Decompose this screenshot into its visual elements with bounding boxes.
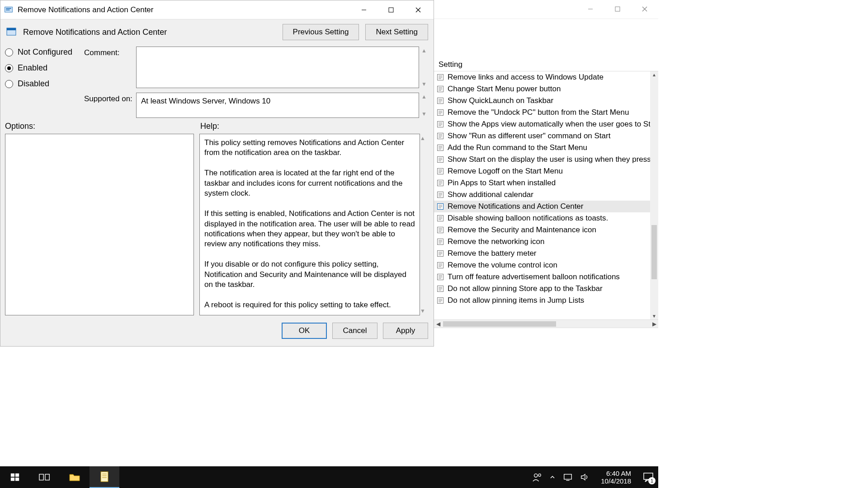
policy-list-item-label: Remove the battery meter bbox=[448, 249, 537, 258]
policy-list-item-label: Show additional calendar bbox=[448, 190, 533, 199]
policy-list-item[interactable]: Show "Run as different user" command on … bbox=[434, 130, 658, 142]
policy-list-item[interactable]: Remove links and access to Windows Updat… bbox=[434, 71, 658, 83]
policy-list-item[interactable]: Do not allow pinning Store app to the Ta… bbox=[434, 283, 658, 295]
scroll-thumb[interactable] bbox=[443, 321, 556, 327]
bg-maximize-button[interactable] bbox=[604, 0, 631, 18]
policy-list-item-label: Remove the volume control icon bbox=[448, 261, 557, 270]
list-hscrollbar[interactable]: ◀ ▶ bbox=[434, 319, 658, 328]
notepad-icon bbox=[99, 471, 109, 483]
network-icon[interactable] bbox=[563, 473, 573, 482]
options-label: Options: bbox=[5, 122, 194, 131]
setting-name: Remove Notifications and Action Center bbox=[23, 28, 276, 37]
help-scroll[interactable]: ▲▼ bbox=[420, 134, 429, 315]
radio-label: Not Configured bbox=[18, 47, 72, 57]
previous-setting-button[interactable]: Previous Setting bbox=[283, 24, 359, 40]
setting-item-icon bbox=[437, 273, 444, 281]
policy-list-item[interactable]: Show additional calendar bbox=[434, 189, 658, 201]
policy-list-item[interactable]: Remove the volume control icon bbox=[434, 259, 658, 271]
policy-list-item[interactable]: Pin Apps to Start when installed bbox=[434, 177, 658, 189]
bg-minimize-button[interactable] bbox=[577, 0, 604, 18]
policy-list-item[interactable]: Do not allow pinning items in Jump Lists bbox=[434, 295, 658, 306]
list-header[interactable]: Setting bbox=[434, 19, 658, 71]
radio-enabled[interactable]: Enabled bbox=[5, 63, 84, 73]
chevron-down-icon: ▼ bbox=[652, 314, 656, 319]
action-center-button[interactable]: 1 bbox=[642, 471, 655, 483]
radio-disabled[interactable]: Disabled bbox=[5, 79, 84, 89]
policy-list-item[interactable]: Change Start Menu power button bbox=[434, 83, 658, 95]
comment-field[interactable] bbox=[136, 47, 419, 88]
policy-list-item-label: Do not allow pinning Store app to the Ta… bbox=[448, 284, 603, 293]
policy-list-item[interactable]: Remove the Security and Maintenance icon bbox=[434, 224, 658, 236]
bg-close-button[interactable] bbox=[631, 0, 658, 18]
people-icon[interactable] bbox=[532, 472, 542, 482]
policy-list-item[interactable]: Show QuickLaunch on Taskbar bbox=[434, 95, 658, 107]
policy-list-item[interactable]: Remove the battery meter bbox=[434, 248, 658, 259]
gpedit-taskbar-button[interactable] bbox=[90, 466, 119, 488]
state-radios: Not Configured Enabled Disabled bbox=[5, 47, 84, 118]
volume-icon[interactable] bbox=[580, 473, 590, 482]
setting-item-icon bbox=[437, 285, 444, 292]
chevron-down-icon: ▼ bbox=[419, 81, 429, 87]
svg-rect-96 bbox=[15, 478, 19, 481]
apply-button[interactable]: Apply bbox=[383, 323, 428, 339]
policy-list-item[interactable]: Remove Logoff on the Start Menu bbox=[434, 165, 658, 177]
start-button[interactable] bbox=[0, 466, 30, 488]
svg-rect-94 bbox=[15, 474, 19, 477]
policy-list-item[interactable]: Disable showing balloon notifications as… bbox=[434, 212, 658, 224]
help-text[interactable]: This policy setting removes Notification… bbox=[199, 134, 420, 315]
setting-item-icon bbox=[437, 215, 444, 222]
radio-label: Disabled bbox=[18, 79, 49, 89]
radio-label: Enabled bbox=[18, 63, 47, 73]
policy-list-item-label: Pin Apps to Start when installed bbox=[448, 178, 556, 188]
task-view-button[interactable] bbox=[30, 466, 60, 488]
setting-item-icon bbox=[437, 121, 444, 128]
time-text: 6:40 AM bbox=[601, 469, 631, 477]
policy-list-panel: Setting Remove links and access to Windo… bbox=[434, 0, 658, 347]
policy-list-item-label: Turn off feature advertisement balloon n… bbox=[448, 272, 620, 282]
help-label: Help: bbox=[200, 122, 219, 131]
scroll-thumb[interactable] bbox=[651, 225, 657, 279]
setting-item-icon bbox=[437, 179, 444, 187]
svg-rect-95 bbox=[11, 478, 14, 481]
policy-list-item[interactable]: Remove Notifications and Action Center bbox=[434, 201, 658, 212]
options-box[interactable] bbox=[5, 134, 194, 315]
tray-overflow-icon[interactable] bbox=[549, 474, 556, 480]
radio-not-configured[interactable]: Not Configured bbox=[5, 47, 84, 57]
policy-list-item-label: Disable showing balloon notifications as… bbox=[448, 214, 608, 223]
list-vscrollbar[interactable]: ▲ ▼ bbox=[650, 71, 658, 319]
taskbar[interactable]: 6:40 AM 10/4/2018 1 bbox=[0, 466, 658, 488]
policy-list-item[interactable]: Add the Run command to the Start Menu bbox=[434, 142, 658, 154]
policy-list-item[interactable]: Remove the networking icon bbox=[434, 236, 658, 248]
setting-item-icon bbox=[437, 109, 444, 116]
policy-list-item[interactable]: Remove the "Undock PC" button from the S… bbox=[434, 107, 658, 118]
ok-button[interactable]: OK bbox=[282, 323, 327, 339]
file-explorer-button[interactable] bbox=[60, 466, 90, 488]
supported-field: At least Windows Server, Windows 10 bbox=[136, 93, 419, 118]
setting-item-icon bbox=[437, 226, 444, 234]
column-header-setting[interactable]: Setting bbox=[434, 58, 467, 71]
policy-list[interactable]: Remove links and access to Windows Updat… bbox=[434, 71, 658, 319]
svg-rect-93 bbox=[11, 474, 14, 477]
clock[interactable]: 6:40 AM 10/4/2018 bbox=[597, 469, 635, 485]
cancel-button[interactable]: Cancel bbox=[332, 323, 377, 339]
close-button[interactable] bbox=[405, 1, 432, 19]
policy-list-item[interactable]: Show the Apps view automatically when th… bbox=[434, 118, 658, 130]
policy-list-item[interactable]: Turn off feature advertisement balloon n… bbox=[434, 271, 658, 283]
minimize-button[interactable] bbox=[350, 1, 377, 19]
svg-rect-10 bbox=[615, 7, 620, 11]
policy-list-item-label: Change Start Menu power button bbox=[448, 84, 561, 94]
setting-icon bbox=[6, 27, 17, 38]
setting-item-icon bbox=[437, 85, 444, 93]
policy-list-item[interactable]: Show Start on the display the user is us… bbox=[434, 154, 658, 165]
supported-scroll[interactable]: ▲▼ bbox=[419, 93, 429, 118]
policy-list-item-label: Do not allow pinning items in Jump Lists bbox=[448, 296, 584, 305]
next-setting-button[interactable]: Next Setting bbox=[365, 24, 428, 40]
policy-list-item-label: Remove the "Undock PC" button from the S… bbox=[448, 108, 629, 117]
notification-badge: 1 bbox=[648, 477, 656, 484]
maximize-button[interactable] bbox=[377, 1, 405, 19]
titlebar[interactable]: Remove Notifications and Action Center bbox=[0, 0, 434, 19]
comment-scroll[interactable]: ▲▼ bbox=[419, 47, 429, 88]
chevron-right-icon: ▶ bbox=[650, 321, 658, 327]
setting-item-icon bbox=[437, 203, 444, 210]
svg-rect-99 bbox=[101, 472, 108, 482]
